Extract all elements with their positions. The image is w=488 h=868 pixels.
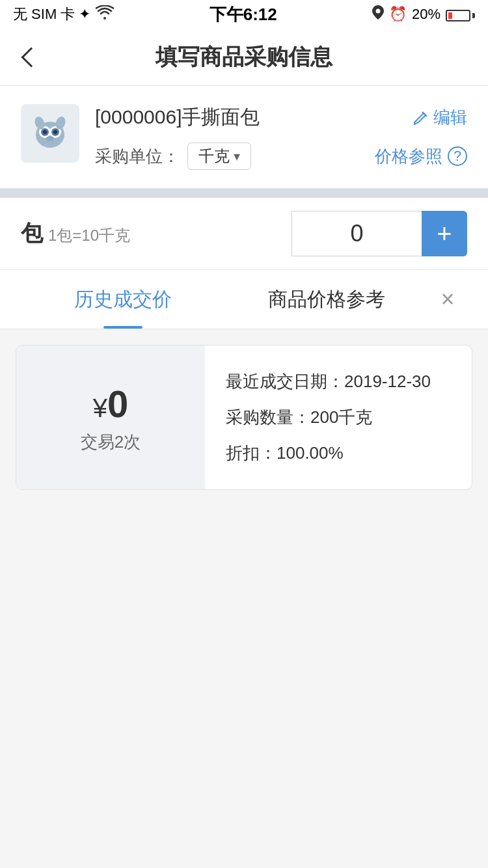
tab-active-indicator <box>103 326 142 329</box>
recent-date-row: 最近成交日期：2019-12-30 <box>226 369 451 394</box>
page-title: 填写商品采购信息 <box>156 42 332 72</box>
tabs-container: 历史成交价 商品价格参考 × <box>0 270 488 329</box>
discount-value: 100.00% <box>277 443 344 463</box>
wifi-icon <box>96 5 114 23</box>
purchase-qty-row: 采购数量：200千克 <box>226 405 451 430</box>
price-reference-button[interactable]: 价格参照 ? <box>375 145 467 168</box>
svg-point-8 <box>46 136 54 141</box>
nav-bar: 填写商品采购信息 <box>0 29 488 86</box>
battery-percent: 20% <box>412 6 441 23</box>
status-bar: 无 SIM 卡 ✦ 下午6:12 ⏰ 20% <box>0 0 488 29</box>
recent-date-label: 最近成交日期： <box>226 372 344 391</box>
quantity-sub-unit: 1包=10千克 <box>48 225 130 246</box>
recent-date-value: 2019-12-30 <box>344 372 431 391</box>
close-icon: × <box>441 286 454 313</box>
alarm-icon: ⏰ <box>389 6 407 23</box>
unit-label: 采购单位： <box>95 145 180 168</box>
product-header: [0000006]手撕面包 编辑 采购单位： 千克 ▾ <box>21 104 467 170</box>
quantity-unit: 包 <box>21 219 43 249</box>
price-ref-label: 价格参照 <box>375 145 442 168</box>
unit-select[interactable]: 千克 ▾ <box>187 142 251 170</box>
purchase-qty-value: 200千克 <box>310 407 372 427</box>
tab-price-reference[interactable]: 商品价格参考 <box>224 270 428 329</box>
edit-button[interactable]: 编辑 <box>413 106 467 129</box>
price-trades: 交易2次 <box>81 431 141 454</box>
unit-value: 千克 <box>198 146 230 167</box>
price-card-container: ¥0 交易2次 最近成交日期：2019-12-30 采购数量：200千克 折扣：… <box>0 329 488 506</box>
quantity-value: 0 <box>350 220 363 247</box>
price-value: 0 <box>107 383 128 425</box>
status-right: ⏰ 20% <box>372 5 475 23</box>
help-icon: ? <box>448 146 467 166</box>
quantity-row: 包 1包=10千克 0 + <box>0 198 488 270</box>
quantity-plus-button[interactable]: + <box>422 211 467 256</box>
price-card-left: ¥0 交易2次 <box>16 346 205 489</box>
price-amount: ¥0 <box>93 382 129 426</box>
tabs-close-button[interactable]: × <box>428 270 467 329</box>
purchase-qty-label: 采购数量： <box>226 407 310 427</box>
unit-left: 采购单位： 千克 ▾ <box>95 142 251 170</box>
status-time: 下午6:12 <box>210 3 277 26</box>
status-left: 无 SIM 卡 ✦ <box>13 5 114 24</box>
product-top-row: [0000006]手撕面包 编辑 <box>95 104 467 131</box>
back-arrow-icon <box>21 47 41 67</box>
yen-symbol: ¥ <box>93 394 107 422</box>
product-name: [0000006]手撕面包 <box>95 104 260 131</box>
tab-history-price[interactable]: 历史成交价 <box>21 270 224 329</box>
section-divider <box>0 189 488 198</box>
quantity-label: 包 1包=10千克 <box>21 219 130 249</box>
sim-text: 无 SIM 卡 ✦ <box>13 5 90 24</box>
tab-price-ref-label: 商品价格参考 <box>268 286 385 313</box>
product-unit-row: 采购单位： 千克 ▾ 价格参照 ? <box>95 142 467 170</box>
tab-history-label: 历史成交价 <box>74 286 172 313</box>
product-thumbnail <box>21 104 79 163</box>
svg-point-6 <box>43 130 47 134</box>
location-icon <box>372 5 384 23</box>
product-info: [0000006]手撕面包 编辑 采购单位： 千克 ▾ <box>95 104 467 170</box>
back-button[interactable] <box>0 29 52 86</box>
product-section: [0000006]手撕面包 编辑 采购单位： 千克 ▾ <box>0 86 488 189</box>
unit-dropdown-arrow: ▾ <box>234 148 240 164</box>
discount-label: 折扣： <box>226 443 277 463</box>
price-card-right: 最近成交日期：2019-12-30 采购数量：200千克 折扣：100.00% <box>205 346 472 489</box>
svg-point-0 <box>375 9 380 14</box>
edit-icon <box>413 109 429 126</box>
svg-point-7 <box>53 130 57 134</box>
edit-label: 编辑 <box>433 106 467 129</box>
battery-icon <box>446 6 475 23</box>
quantity-input[interactable]: 0 <box>291 211 422 256</box>
discount-row: 折扣：100.00% <box>226 441 451 466</box>
quantity-input-group: 0 + <box>291 211 467 256</box>
price-card: ¥0 交易2次 最近成交日期：2019-12-30 采购数量：200千克 折扣：… <box>16 345 472 490</box>
